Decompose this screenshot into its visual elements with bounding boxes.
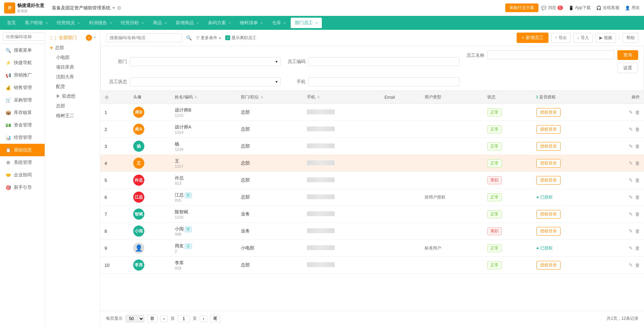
delete-btn[interactable]: 🗑 <box>635 194 640 200</box>
auth-btn[interactable]: 授权登录 <box>536 125 561 134</box>
dept-sort-icon[interactable]: ⇅ <box>261 95 263 99</box>
nav-tab-商品[interactable]: 商品× <box>149 18 171 28</box>
tab-close-icon[interactable]: × <box>142 21 144 25</box>
edit-btn[interactable]: ✎ <box>629 160 633 166</box>
tab-close-icon[interactable]: × <box>46 21 48 25</box>
edit-btn[interactable]: ✎ <box>629 177 633 183</box>
dropdown-arrow-icon[interactable]: ▾ <box>112 5 115 10</box>
col-phone-header[interactable]: 手机 ⇅ <box>303 91 380 104</box>
dept-item-项目库房[interactable]: 项目库房 <box>45 62 100 72</box>
edit-btn[interactable]: ✎ <box>629 211 633 217</box>
sidebar-item-库存核算[interactable]: 📦库存核算 <box>0 106 45 119</box>
delete-btn[interactable]: 🗑 <box>635 262 640 268</box>
auth-btn[interactable]: 授权登录 <box>536 176 561 185</box>
empname-input[interactable] <box>487 50 615 59</box>
column-settings-icon[interactable]: ⚙ <box>105 95 109 100</box>
delete-btn[interactable]: 🗑 <box>635 126 640 132</box>
tab-close-icon[interactable]: × <box>229 21 231 25</box>
delete-btn[interactable]: 🗑 <box>635 143 640 149</box>
prev-page-btn[interactable]: ‹ <box>160 315 168 322</box>
col-name-header[interactable]: 姓名/编码 ⇅ <box>171 91 237 104</box>
sidebar-item-新手引导[interactable]: 🎯新手引导 <box>0 181 45 194</box>
name-sort-icon[interactable]: ⇅ <box>194 95 197 99</box>
nav-tab-经营情况[interactable]: 经营情况× <box>53 18 84 28</box>
dept-item-沈阳大库[interactable]: 沈阳大库 <box>45 72 100 82</box>
auth-btn[interactable]: 授权登录 <box>536 261 561 270</box>
sidebar-search-input[interactable] <box>3 33 45 41</box>
tab-close-icon[interactable]: × <box>316 21 318 25</box>
nav-tab-首页[interactable]: 首页 <box>3 18 20 28</box>
tab-close-icon[interactable]: × <box>261 21 263 25</box>
edit-btn[interactable]: ✎ <box>629 245 633 251</box>
sidebar-item-采购管理[interactable]: 🛒采购管理 <box>0 94 45 106</box>
sidebar-item-营销推广[interactable]: 📢营销推广 <box>0 69 45 81</box>
phone-input[interactable] <box>308 77 459 86</box>
tab-close-icon[interactable]: × <box>197 21 199 25</box>
delete-btn[interactable]: 🗑 <box>635 228 640 234</box>
page-size-select[interactable]: 50 100 <box>125 315 144 323</box>
nav-tab-仓库[interactable]: 仓库× <box>268 18 290 28</box>
message-btn[interactable]: 💬 消息 5 <box>541 5 563 11</box>
try-btn[interactable]: 体验行业方案 <box>505 3 538 12</box>
last-page-btn[interactable]: 尾 <box>210 315 220 323</box>
auth-btn[interactable]: 授权登录 <box>536 159 561 168</box>
import-btn[interactable]: ↓ 导入 <box>573 33 593 43</box>
dept-item-总部[interactable]: 总部 <box>45 101 100 111</box>
nav-tab-利润报告[interactable]: 利润报告× <box>85 18 116 28</box>
delete-btn[interactable]: 🗑 <box>635 245 640 251</box>
next-page-btn[interactable]: › <box>200 315 207 322</box>
dept-group-总部[interactable]: ▼总部 <box>45 43 100 53</box>
view-btn[interactable]: ▶ 视频 <box>596 33 616 43</box>
auth-btn[interactable]: 授权登录 <box>536 210 561 219</box>
query-btn[interactable]: 查询 <box>617 50 638 60</box>
employee-search-input[interactable] <box>106 33 182 42</box>
sidebar-item-企业协同[interactable]: 🤝企业协同 <box>0 169 45 181</box>
sidebar-item-销售管理[interactable]: 💰销售管理 <box>0 81 45 94</box>
dept-filter-select[interactable]: ▾ <box>130 57 281 66</box>
sidebar-item-经营管理[interactable]: 📊经营管理 <box>0 131 45 144</box>
export-btn[interactable]: ↑ 导出 <box>551 33 571 43</box>
sidebar-item-资金管理[interactable]: 💵资金管理 <box>0 119 45 131</box>
delete-btn[interactable]: 🗑 <box>635 109 640 115</box>
tab-close-icon[interactable]: × <box>110 21 112 25</box>
auth-btn[interactable]: 授权登录 <box>536 142 561 151</box>
settings-icon[interactable]: ⚙ <box>117 5 121 11</box>
phone-sort-icon[interactable]: ⇅ <box>317 95 320 99</box>
edit-btn[interactable]: ✎ <box>629 143 633 149</box>
dept-item-小电部[interactable]: 小电部 <box>45 53 100 62</box>
edit-btn[interactable]: ✎ <box>629 109 633 115</box>
dept-collapse-btn[interactable]: » <box>93 35 96 41</box>
sidebar-item-系统管理[interactable]: ⚙系统管理 <box>0 156 45 169</box>
filter-more-btn[interactable]: ▽ 更多条件 ∧ <box>196 35 221 41</box>
tab-close-icon[interactable]: × <box>284 21 286 25</box>
dept-item-植树王二[interactable]: 植树王二 <box>45 111 100 121</box>
dept-item-配货[interactable]: 配货 <box>45 82 100 91</box>
tab-close-icon[interactable]: × <box>78 21 80 25</box>
tab-close-icon[interactable]: × <box>165 21 167 25</box>
nav-tab-客户联络[interactable]: 客户联络× <box>21 18 52 28</box>
sidebar-item-快捷导航[interactable]: ⚡快捷导航 <box>0 56 45 69</box>
dept-add-btn[interactable]: + <box>86 35 92 41</box>
sidebar-item-基础信息[interactable]: 📋基础信息 <box>0 144 45 156</box>
set-btn[interactable]: 设置 <box>617 63 638 73</box>
show-resigned-toggle[interactable]: ✓ 显示离职员工 <box>225 35 256 41</box>
page-input[interactable] <box>178 315 190 322</box>
status-select[interactable]: ▾ <box>130 77 281 86</box>
online-support-btn[interactable]: 🎧 在线客服 <box>596 5 619 11</box>
sidebar-item-搜索菜单[interactable]: 🔍搜索菜单 <box>0 44 45 56</box>
show-resigned-checkbox[interactable]: ✓ <box>225 35 230 40</box>
help-btn[interactable]: 帮助 <box>623 33 638 43</box>
auth-btn[interactable]: 授权登录 <box>536 108 561 117</box>
delete-btn[interactable]: 🗑 <box>635 160 640 166</box>
empcode-input[interactable] <box>308 57 459 66</box>
delete-btn[interactable]: 🗑 <box>635 177 640 183</box>
app-download-btn[interactable]: 📱 App下载 <box>569 5 591 11</box>
user-menu[interactable]: 👤 用友 <box>625 5 640 11</box>
delete-btn[interactable]: 🗑 <box>635 211 640 217</box>
edit-btn[interactable]: ✎ <box>629 126 633 132</box>
nav-tab-经营历程[interactable]: 经营历程× <box>117 18 148 28</box>
nav-tab-部门员工[interactable]: 部门员工× <box>291 18 322 28</box>
col-dept-header[interactable]: 部门/职位 ⇅ <box>237 91 303 104</box>
edit-btn[interactable]: ✎ <box>629 194 633 200</box>
nav-tab-新增商品[interactable]: 新增商品× <box>172 18 203 28</box>
